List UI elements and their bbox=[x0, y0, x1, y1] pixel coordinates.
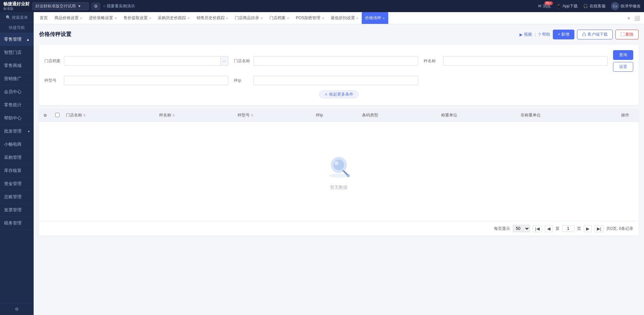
sidebar-item-xiao-chang[interactable]: 小畅电商 bbox=[0, 138, 34, 151]
app-download-button[interactable]: 📱 App下载 bbox=[556, 3, 578, 9]
content-area: 首页 商品价格设置 × 进价策略设置 × 售价提取设置 × 采购历史价跟踪 × bbox=[34, 12, 644, 315]
sidebar-section: 零售管理 ▲ 智慧门店 零售商城 营销推广 会员中心 零售统计 bbox=[0, 33, 34, 230]
sidebar-item-purchase-mgmt[interactable]: 采购管理 bbox=[0, 151, 34, 164]
tab-purchase-strategy-close[interactable]: × bbox=[114, 16, 116, 20]
top-bar: 畅捷通好业财 标准版 好业财标准版交付试用 ▾ ⚙ ○ 我要看实例演示 ✉ 消息… bbox=[0, 0, 644, 12]
sidebar-item-wholesale-mgmt[interactable]: 批发管理 ▾ bbox=[0, 125, 34, 138]
tab-sale-extract[interactable]: 售价提取设置 × bbox=[120, 12, 154, 24]
sort-icon[interactable]: ⇅ bbox=[172, 113, 175, 117]
table-header-row: ⚙ 门店名称 ⇅ 秤名称 bbox=[39, 109, 639, 122]
tab-purchase-strategy[interactable]: 进价策略设置 × bbox=[85, 12, 120, 24]
sidebar-quick-nav-label: 快捷导航 bbox=[9, 25, 25, 30]
online-service-button[interactable]: 🎧 在线客服 bbox=[583, 3, 606, 9]
sidebar-item-tax-label: 税务管理 bbox=[4, 220, 22, 226]
tab-min-discount-label: 最低折扣设置 bbox=[331, 15, 355, 21]
filter-scale-ip-input[interactable] bbox=[253, 76, 418, 85]
sidebar-settings-button[interactable]: ⚙ bbox=[0, 303, 34, 315]
demo-link[interactable]: ○ 我要看实例演示 bbox=[103, 3, 135, 9]
tab-pos-management[interactable]: POS加密管理 × bbox=[292, 12, 327, 24]
table-empty-row: 暂无数据 bbox=[39, 122, 639, 221]
sidebar-item-xiao-chang-label: 小畅电商 bbox=[4, 141, 22, 147]
tab-product-price[interactable]: 商品价格设置 × bbox=[51, 12, 85, 24]
page-content: 价格传秤设置 ▶ 视频 | ? 帮助 + 新增 凸 客户端下载 ⛶ bbox=[34, 24, 644, 315]
empty-illustration bbox=[322, 152, 356, 179]
tab-expand-button[interactable]: ⬜ bbox=[633, 15, 641, 22]
svg-line-6 bbox=[344, 172, 347, 174]
avatar: Ea bbox=[611, 2, 619, 10]
table-header-scale-ip: 秤ip bbox=[313, 109, 359, 122]
delete-button[interactable]: ⛶ 删除 bbox=[615, 30, 639, 39]
sidebar-item-general-ledger-label: 总账管理 bbox=[4, 194, 22, 200]
tab-sale-history-close[interactable]: × bbox=[226, 16, 228, 20]
sidebar-item-retail-mall[interactable]: 零售商城 bbox=[0, 59, 34, 72]
sidebar-item-general-ledger[interactable]: 总账管理 bbox=[0, 190, 34, 204]
table-select-all[interactable] bbox=[55, 113, 60, 117]
table-header-scale-model: 秤型号 ⇅ bbox=[235, 109, 313, 122]
help-link[interactable]: ? 帮助 bbox=[538, 32, 550, 37]
tab-sale-history[interactable]: 销售历史价跟踪 × bbox=[193, 12, 231, 24]
filter-store-name-input[interactable] bbox=[253, 56, 418, 66]
sidebar-item-retail-stats[interactable]: 零售统计 bbox=[0, 99, 34, 112]
filter-scale-name-input[interactable] bbox=[443, 56, 608, 66]
sort-icon[interactable]: ⇅ bbox=[83, 113, 86, 117]
message-button[interactable]: ✉ 消息 99+ bbox=[538, 3, 551, 9]
pagination-page-input[interactable] bbox=[562, 225, 574, 232]
video-link[interactable]: ▶ 视频 bbox=[520, 32, 532, 37]
tab-sale-history-label: 销售历史价跟踪 bbox=[196, 15, 225, 21]
collapse-button[interactable]: ∧ 收起更多条件 bbox=[319, 91, 358, 98]
gear-icon[interactable]: ⚙ bbox=[43, 113, 47, 118]
sidebar-item-member-center[interactable]: 会员中心 bbox=[0, 85, 34, 99]
collapse-row: ∧ 收起更多条件 bbox=[44, 89, 633, 100]
query-button[interactable]: 查询 bbox=[613, 50, 633, 60]
sidebar-item-tax[interactable]: 税务管理 bbox=[0, 217, 34, 230]
pagination-next-button[interactable]: ▶ bbox=[584, 225, 592, 232]
sidebar-item-inventory[interactable]: 库存核算 bbox=[0, 164, 34, 177]
new-button[interactable]: + 新增 bbox=[553, 30, 574, 39]
tab-purchase-history-close[interactable]: × bbox=[187, 16, 189, 20]
tab-purchase-history[interactable]: 采购历史价跟踪 × bbox=[154, 12, 193, 24]
filter-store-archive-input[interactable] bbox=[64, 56, 221, 66]
tab-store-catalog-close[interactable]: × bbox=[260, 16, 262, 20]
tab-product-price-close[interactable]: × bbox=[80, 16, 82, 20]
pagination-page-size-select[interactable]: 50 10 20 100 bbox=[513, 225, 530, 232]
sidebar-search[interactable]: 🔍 搜索菜单 bbox=[0, 12, 34, 23]
tab-pos-management-close[interactable]: × bbox=[322, 16, 324, 20]
video-link-text: 视频 bbox=[524, 32, 532, 37]
tab-store-catalog[interactable]: 门店商品目录 × bbox=[231, 12, 266, 24]
filter-store-archive-btn[interactable]: ··· bbox=[221, 56, 228, 66]
pagination-last-button[interactable]: ▶| bbox=[595, 225, 604, 232]
demo-icon: ○ bbox=[103, 4, 105, 8]
filter-scale-model-label: 秤型号 bbox=[44, 78, 61, 83]
tab-store-archive[interactable]: 门店档案 × bbox=[266, 12, 292, 24]
download-button[interactable]: 凸 客户端下载 bbox=[577, 30, 612, 39]
user-initial: Ea bbox=[613, 4, 617, 8]
sidebar-item-capital[interactable]: 资金管理 bbox=[0, 177, 34, 190]
app-sub: 标准版 bbox=[3, 7, 30, 11]
tab-price-transfer[interactable]: 价格传秤 × bbox=[362, 12, 388, 24]
version-select[interactable]: 好业财标准版交付试用 ▾ bbox=[32, 2, 89, 10]
sidebar-quick-nav[interactable]: 快捷导航 bbox=[0, 23, 34, 33]
pagination: 每页显示 50 10 20 100 |◀ ◀ 算 页 ▶ ▶| bbox=[39, 221, 639, 236]
app-logo: 畅捷通好业财 标准版 bbox=[3, 1, 30, 11]
settings-button[interactable]: 设置 bbox=[613, 62, 633, 72]
sidebar-item-smart-store[interactable]: 智慧门店 bbox=[0, 46, 34, 59]
tab-min-discount-close[interactable]: × bbox=[356, 16, 358, 20]
filter-scale-model-input[interactable] bbox=[64, 76, 228, 85]
sidebar-item-retail-stats-label: 零售统计 bbox=[4, 102, 22, 108]
tab-min-discount[interactable]: 最低折扣设置 × bbox=[327, 12, 362, 24]
pagination-first-button[interactable]: |◀ bbox=[533, 225, 542, 232]
version-settings-button[interactable]: ⚙ bbox=[92, 3, 100, 10]
sort-icon[interactable]: ⇅ bbox=[251, 113, 253, 117]
sidebar-item-help-center[interactable]: 帮助中心 bbox=[0, 112, 34, 125]
tab-sale-extract-close[interactable]: × bbox=[149, 16, 151, 20]
tab-close-button[interactable]: × bbox=[626, 15, 632, 22]
search-icon: 🔍 bbox=[6, 15, 11, 20]
tab-home[interactable]: 首页 bbox=[36, 12, 51, 24]
pagination-prev-button[interactable]: ◀ bbox=[545, 225, 553, 232]
tab-price-transfer-close[interactable]: × bbox=[383, 16, 385, 20]
tab-store-archive-close[interactable]: × bbox=[287, 16, 289, 20]
user-info[interactable]: Ea 徐泽华修改 bbox=[611, 2, 641, 10]
sidebar-item-retail-mgmt[interactable]: 零售管理 ▲ bbox=[0, 33, 34, 46]
sidebar-item-invoice[interactable]: 发票管理 bbox=[0, 204, 34, 217]
sidebar-item-marketing[interactable]: 营销推广 bbox=[0, 72, 34, 85]
